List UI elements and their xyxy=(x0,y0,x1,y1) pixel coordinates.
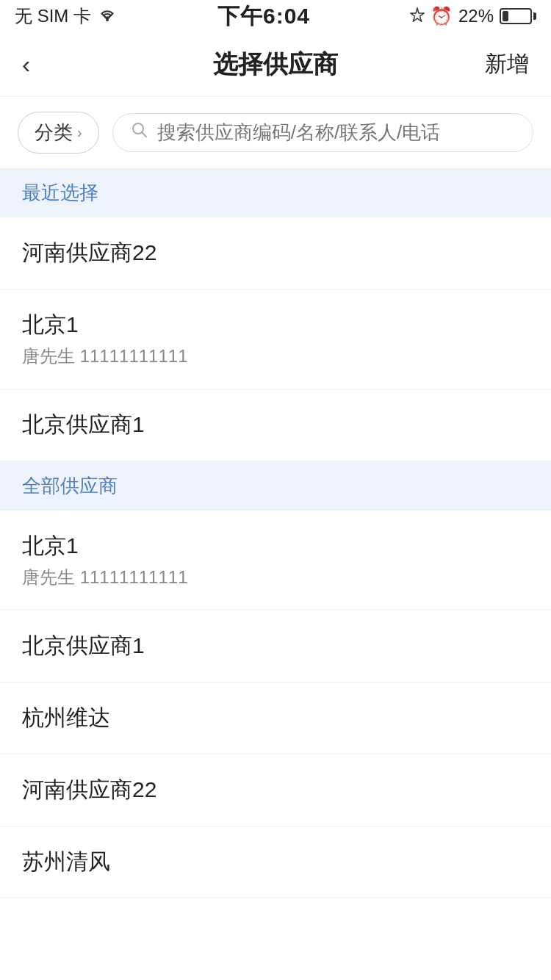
item-name: 杭州维达 xyxy=(22,703,529,733)
no-sim-label: 无 SIM 卡 xyxy=(15,4,91,28)
back-button[interactable]: ‹ xyxy=(22,50,66,79)
chevron-right-icon: › xyxy=(77,124,82,141)
list-item[interactable]: 北京1唐先生 11111111111 xyxy=(0,289,551,389)
list-item[interactable]: 北京供应商1 xyxy=(0,610,551,682)
category-button[interactable]: 分类 › xyxy=(18,112,99,154)
status-time: 下午6:04 xyxy=(217,1,310,32)
item-name: 河南供应商22 xyxy=(22,775,529,805)
svg-line-2 xyxy=(142,133,146,137)
item-name: 北京供应商1 xyxy=(22,631,529,661)
search-icon xyxy=(131,121,148,144)
list-item[interactable]: 河南供应商22 xyxy=(0,754,551,826)
list-item[interactable]: 苏州清风 xyxy=(0,826,551,898)
item-name: 北京1 xyxy=(22,531,529,561)
nav-bar: ‹ 选择供应商 新增 xyxy=(0,32,551,97)
filter-bar: 分类 › xyxy=(0,97,551,168)
list-item[interactable]: 杭州维达 xyxy=(0,682,551,754)
alarm-icon: ⏰ xyxy=(431,6,453,26)
svg-point-0 xyxy=(106,18,109,21)
page-title: 选择供应商 xyxy=(213,48,338,82)
list-item[interactable]: 北京供应商1 xyxy=(0,389,551,461)
wifi-icon xyxy=(97,6,118,26)
item-sub: 唐先生 11111111111 xyxy=(22,566,529,589)
item-name: 河南供应商22 xyxy=(22,238,529,268)
item-name: 苏州清风 xyxy=(22,847,529,877)
item-name: 北京1 xyxy=(22,310,529,340)
item-sub: 唐先生 11111111111 xyxy=(22,345,529,368)
search-input[interactable] xyxy=(157,121,515,144)
section-header-recent: 最近选择 xyxy=(0,168,551,217)
back-icon: ‹ xyxy=(22,50,30,79)
status-left: 无 SIM 卡 xyxy=(15,4,118,28)
category-label: 分类 xyxy=(35,120,73,145)
battery-percent: 22% xyxy=(458,6,494,26)
list-item[interactable]: 河南供应商22 xyxy=(0,217,551,289)
status-right: ⏰ 22% xyxy=(410,6,536,26)
list-item[interactable]: 北京1唐先生 11111111111 xyxy=(0,511,551,610)
section-header-all: 全部供应商 xyxy=(0,461,551,511)
item-name: 北京供应商1 xyxy=(22,410,529,440)
status-bar: 无 SIM 卡 下午6:04 ⏰ 22% xyxy=(0,0,551,32)
new-supplier-button[interactable]: 新增 xyxy=(485,49,529,79)
battery-icon xyxy=(500,8,536,24)
supplier-list: 最近选择河南供应商22北京1唐先生 11111111111北京供应商1全部供应商… xyxy=(0,168,551,898)
location-icon xyxy=(410,6,425,26)
search-box[interactable] xyxy=(112,113,533,152)
